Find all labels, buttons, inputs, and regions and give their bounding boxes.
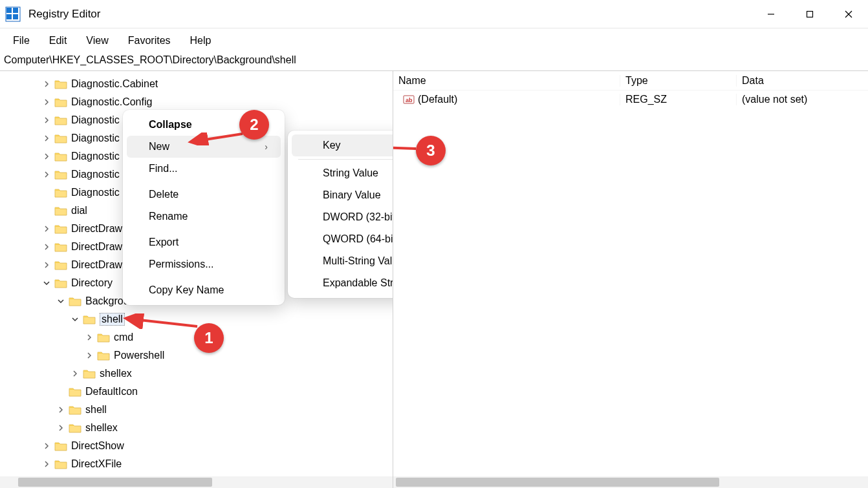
ctx-item[interactable]: Rename [127,206,281,228]
tree-item-label: DirectDraw [71,241,122,253]
folder-icon [54,260,67,270]
chevron-right-icon[interactable] [41,97,52,107]
ctx-sub-item[interactable]: Expandable String Value [292,272,393,294]
chevron-right-icon: › [265,142,268,152]
ctx-sub-item-label: Key [323,140,341,151]
menubar: File Edit View Favorites Help [0,28,868,53]
values-pane[interactable]: Name Type Data ab(Default)REG_SZ(value n… [393,71,868,488]
ctx-sub-item[interactable]: String Value [292,162,393,184]
values-hscrollbar[interactable] [393,476,868,488]
ctx-sub-item[interactable]: Multi-String Value [292,250,393,272]
string-value-icon: ab [402,93,415,106]
chevron-right-icon[interactable] [84,332,94,343]
tree-item[interactable]: shell [0,401,393,419]
chevron-right-icon[interactable] [41,79,52,89]
ctx-item[interactable]: Export [127,231,281,253]
svg-rect-0 [6,8,12,13]
ctx-item[interactable]: Find... [127,158,281,180]
ctx-sub-item[interactable]: DWORD (32-bit) Value [292,206,393,228]
chevron-down-icon[interactable] [41,278,52,288]
ctx-item-label: Permissions... [149,259,213,270]
tree-item-label: Powershell [114,350,164,361]
ctx-sub-item[interactable]: Key [292,134,393,156]
list-header: Name Type Data [393,71,868,90]
tree-item-label: DirectDraw [71,223,122,235]
chevron-right-icon[interactable] [56,423,66,433]
context-submenu-new: KeyString ValueBinary ValueDWORD (32-bit… [288,131,393,298]
menu-view[interactable]: View [77,31,117,50]
chevron-right-icon[interactable] [41,151,52,162]
col-header-type[interactable]: Type [620,75,736,87]
folder-icon [54,459,67,469]
folder-icon [54,169,67,180]
chevron-right-icon[interactable] [41,459,52,469]
ctx-item[interactable]: Permissions... [127,253,281,275]
menu-help[interactable]: Help [181,31,221,50]
tree-item-label: shellex [100,368,132,379]
ctx-item[interactable]: Copy Key Name [127,279,281,301]
col-header-name[interactable]: Name [393,75,620,87]
chevron-right-icon[interactable] [41,133,52,143]
folder-icon [54,206,67,216]
folder-icon [54,151,67,162]
tree-hscrollbar[interactable] [0,476,393,488]
menu-favorites[interactable]: Favorites [119,31,180,50]
tree-item[interactable]: DefaultIcon [0,383,393,401]
folder-icon [97,350,110,361]
tree-item-label: dial [71,205,87,217]
ctx-item-label: New [149,141,169,153]
folder-icon [69,387,81,397]
titlebar: Registry Editor [0,0,868,28]
chevron-down-icon[interactable] [56,296,66,306]
svg-text:ab: ab [406,97,413,103]
svg-rect-3 [13,14,18,19]
folder-icon [97,332,110,343]
tree-item-label: Diagnostic [71,169,120,180]
value-data: (value not set) [736,94,868,105]
chevron-right-icon[interactable] [70,368,80,379]
folder-icon [54,224,67,234]
minimize-button[interactable] [752,0,790,28]
ctx-sub-item[interactable]: QWORD (64-bit) Value [292,228,393,250]
tree-item-label: DirectShow [71,440,124,452]
chevron-right-icon[interactable] [41,224,52,234]
tree-item[interactable]: shellex [0,419,393,437]
svg-line-13 [393,146,416,149]
value-name: (Default) [418,94,457,105]
address-bar[interactable]: Computer\HKEY_CLASSES_ROOT\Directory\Bac… [0,53,868,71]
folder-icon [54,115,67,125]
chevron-right-icon[interactable] [84,350,94,361]
folder-icon [83,368,96,379]
menu-edit[interactable]: Edit [40,31,76,50]
chevron-right-icon[interactable] [41,441,52,451]
col-header-data[interactable]: Data [736,75,868,87]
tree-item[interactable]: shellex [0,365,393,383]
chevron-right-icon[interactable] [56,405,66,415]
ctx-sub-item[interactable]: Binary Value [292,184,393,206]
tree-item[interactable]: Diagnostic.Config [0,93,393,111]
tree-item[interactable]: Diagnostic.Cabinet [0,75,393,93]
tree-item[interactable]: DirectShow [0,437,393,455]
close-button[interactable] [829,0,868,28]
chevron-right-icon[interactable] [41,169,52,180]
tree-item-label: Diagnostic [71,187,120,198]
chevron-right-icon[interactable] [41,260,52,270]
tree-pane[interactable]: Diagnostic.CabinetDiagnostic.ConfigDiagn… [0,71,393,488]
ctx-item-label: Find... [149,163,177,175]
tree-item[interactable]: shell [0,310,393,328]
ctx-item[interactable]: Delete [127,184,281,206]
menu-file[interactable]: File [4,31,39,50]
main-area: Diagnostic.CabinetDiagnostic.ConfigDiagn… [0,71,868,488]
tree-item[interactable]: DirectXFile [0,455,393,473]
folder-icon [69,405,81,415]
chevron-right-icon[interactable] [41,242,52,252]
list-row[interactable]: ab(Default)REG_SZ(value not set) [393,90,868,109]
tree-item-label: Diagnostic [71,151,120,162]
tree-item[interactable]: Powershell [0,346,393,365]
chevron-right-icon[interactable] [41,115,52,125]
chevron-down-icon[interactable] [70,314,80,324]
context-menu: CollapseNew›Find...DeleteRenameExportPer… [123,110,285,305]
svg-rect-2 [6,14,12,19]
folder-icon [54,133,67,143]
maximize-button[interactable] [790,0,829,28]
